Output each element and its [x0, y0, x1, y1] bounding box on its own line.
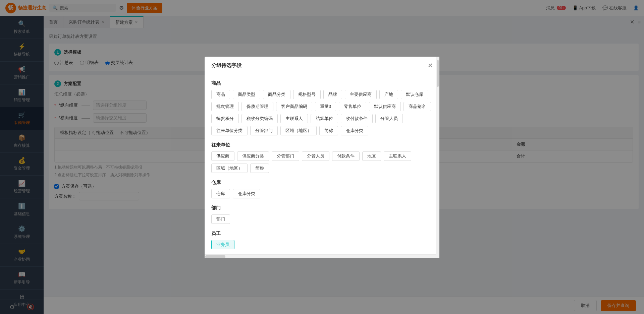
- field-tag[interactable]: 供应商: [211, 151, 234, 161]
- field-tag[interactable]: 分管人员: [375, 114, 403, 123]
- section-counterparty-title: 往来单位: [211, 142, 433, 148]
- modal-body: 商品 商品 商品类型 商品分类 规格型号 品牌 主要供应商 产地 默认仓库 批次…: [205, 75, 439, 254]
- modal-header: 分组待选字段 ✕: [205, 57, 439, 75]
- field-tag[interactable]: 产地: [379, 90, 398, 99]
- section-employee: 员工 业务员: [211, 231, 433, 249]
- field-tag[interactable]: 商品类型: [233, 90, 260, 99]
- field-tag[interactable]: 税收分类编码: [241, 114, 278, 123]
- section-counterparty: 往来单位 供应商 供应商分类 分管部门 分管人员 付款条件 地区 主联系人 区域…: [211, 142, 433, 173]
- field-tag[interactable]: 商品别名: [404, 102, 431, 111]
- field-tag[interactable]: 仓库: [211, 189, 230, 198]
- field-tag[interactable]: 供应商分类: [237, 151, 269, 161]
- section-goods: 商品 商品 商品类型 商品分类 规格型号 品牌 主要供应商 产地 默认仓库 批次…: [211, 80, 433, 135]
- field-tag[interactable]: 主要供应商: [345, 90, 377, 99]
- field-tag[interactable]: 付款条件: [332, 151, 360, 161]
- field-tag[interactable]: 区域（地区）: [280, 126, 317, 135]
- field-tag[interactable]: 分管人员: [302, 151, 329, 161]
- section-counterparty-fields: 供应商 供应商分类 分管部门 分管人员 付款条件 地区 主联系人 区域（地区） …: [211, 151, 433, 173]
- field-tag[interactable]: 规格型号: [293, 90, 321, 99]
- field-tag[interactable]: 往来单位分类: [211, 126, 248, 135]
- field-tag[interactable]: 仓库分类: [233, 189, 260, 198]
- field-tag[interactable]: 地区: [362, 151, 381, 161]
- modal-hscroll-thumb[interactable]: [205, 255, 225, 258]
- section-goods-fields: 商品 商品类型 商品分类 规格型号 品牌 主要供应商 产地 默认仓库 批次管理 …: [211, 90, 433, 135]
- field-tag[interactable]: 结算单位: [311, 114, 338, 123]
- field-tag[interactable]: 品牌: [323, 90, 342, 99]
- section-department-title: 部门: [211, 205, 433, 211]
- field-tag[interactable]: 商品分类: [263, 90, 290, 99]
- section-department: 部门 部门: [211, 205, 433, 224]
- field-tag[interactable]: 简称: [319, 126, 338, 135]
- section-goods-title: 商品: [211, 80, 433, 86]
- field-tag[interactable]: 批次管理: [211, 102, 239, 111]
- field-tag[interactable]: 默认供应商: [369, 102, 401, 111]
- section-warehouse-title: 仓库: [211, 180, 433, 186]
- field-tag-salesperson[interactable]: 业务员: [211, 240, 234, 249]
- modal-title: 分组待选字段: [211, 62, 241, 69]
- field-tag[interactable]: 主联系人: [280, 114, 308, 123]
- section-warehouse: 仓库 仓库 仓库分类: [211, 180, 433, 198]
- field-tag[interactable]: 分管部门: [272, 151, 299, 161]
- modal-close-button[interactable]: ✕: [428, 62, 433, 69]
- modal-dialog: 分组待选字段 ✕ 商品 商品 商品类型 商品分类 规格型号 品牌 主要供应商 产…: [205, 57, 439, 258]
- modal-vscrollbar[interactable]: [436, 57, 439, 258]
- field-tag[interactable]: 保质期管理: [241, 102, 273, 111]
- field-tag[interactable]: 简称: [250, 164, 269, 173]
- field-tag[interactable]: 收付款条件: [341, 114, 373, 123]
- field-tag[interactable]: 客户商品编码: [276, 102, 312, 111]
- field-tag[interactable]: 主联系人: [384, 151, 411, 161]
- field-tag[interactable]: 仓库分类: [341, 126, 368, 135]
- modal-hscrollbar[interactable]: [205, 254, 439, 258]
- section-employee-title: 员工: [211, 231, 433, 237]
- field-tag[interactable]: 默认仓库: [401, 90, 428, 99]
- field-tag[interactable]: 重量3: [315, 102, 336, 111]
- field-tag[interactable]: 商品: [211, 90, 230, 99]
- field-tag[interactable]: 拣货积分: [211, 114, 239, 123]
- field-tag[interactable]: 分管部门: [250, 126, 278, 135]
- field-tag[interactable]: 区域（地区）: [211, 164, 248, 173]
- modal-overlay[interactable]: 分组待选字段 ✕ 商品 商品 商品类型 商品分类 规格型号 品牌 主要供应商 产…: [0, 0, 644, 314]
- field-tag[interactable]: 部门: [211, 214, 230, 224]
- field-tag[interactable]: 零售单位: [339, 102, 366, 111]
- section-department-fields: 部门: [211, 214, 433, 224]
- section-employee-fields: 业务员: [211, 240, 433, 249]
- section-warehouse-fields: 仓库 仓库分类: [211, 189, 433, 198]
- modal-vscroll-thumb[interactable]: [437, 60, 439, 87]
